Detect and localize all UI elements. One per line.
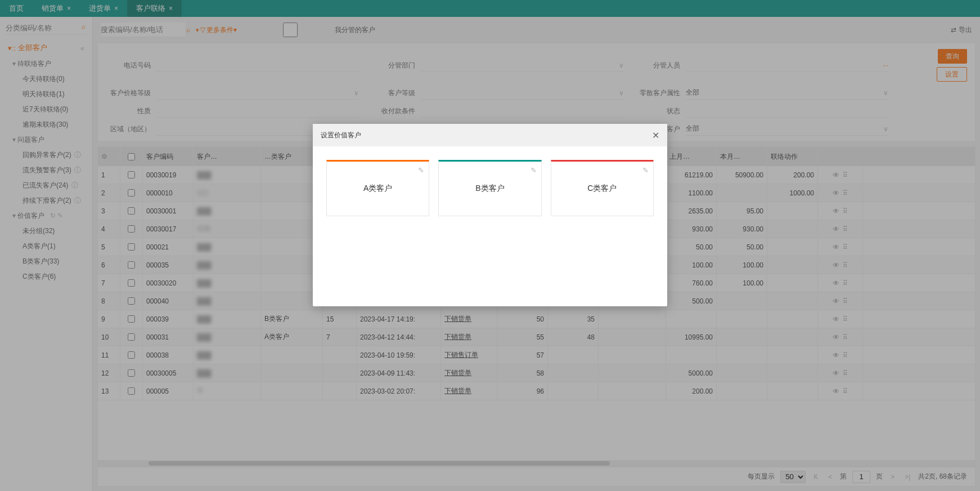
close-icon[interactable]: ✕ xyxy=(652,130,659,141)
edit-icon[interactable]: ✎ xyxy=(642,166,649,175)
edit-icon[interactable]: ✎ xyxy=(531,166,537,175)
value-customer-modal: 设置价值客户 ✕ ✎ A类客户 ✎ B类客户 ✎ C类客户 xyxy=(313,124,667,306)
edit-icon[interactable]: ✎ xyxy=(418,166,424,175)
card-a-customer[interactable]: ✎ A类客户 xyxy=(326,160,429,216)
modal-title: 设置价值客户 xyxy=(321,131,361,140)
modal-overlay[interactable]: 设置价值客户 ✕ ✎ A类客户 ✎ B类客户 ✎ C类客户 xyxy=(0,0,980,491)
card-b-customer[interactable]: ✎ B类客户 xyxy=(438,160,541,216)
card-c-customer[interactable]: ✎ C类客户 xyxy=(551,160,654,216)
